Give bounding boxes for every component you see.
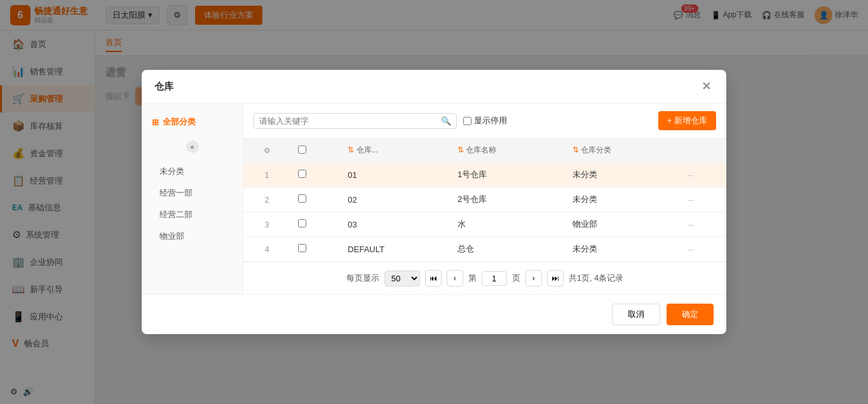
search-box: 🔍 xyxy=(254,113,457,129)
row-checkbox-1[interactable] xyxy=(298,170,306,178)
row-checkbox-4[interactable] xyxy=(298,244,306,252)
pagination: 每页显示 50 20 100 ⏮ ‹ 第 页 › ⏭ 共1页, 4条记录 xyxy=(243,262,726,294)
row-check-2 xyxy=(290,187,340,212)
table-row: 1 01 1号仓库 未分类 ··· xyxy=(243,163,726,187)
col-header-category: ⇅ 仓库分类 xyxy=(565,138,680,163)
warehouse-table-area: ⚙ ⇅ 仓库... ⇅ 仓库名称 xyxy=(243,138,726,262)
table-row: 3 03 水 物业部 ··· xyxy=(243,212,726,237)
row-num-4: 4 xyxy=(243,237,290,262)
row-code-1: 01 xyxy=(340,163,450,187)
row-check-4 xyxy=(290,237,340,262)
row-more-1[interactable]: ··· xyxy=(679,163,726,187)
total-info: 共1页, 4条记录 xyxy=(569,273,624,284)
all-category-item[interactable]: ⊞ 全部分类 xyxy=(142,111,243,133)
col-header-code: ⇅ 仓库... xyxy=(340,138,450,163)
category-unclassified[interactable]: 未分类 xyxy=(142,161,243,182)
sort-icon: ⇅ xyxy=(348,145,354,154)
modal-body: ⊞ 全部分类 « 未分类 经营一部 经营二部 物业部 🔍 xyxy=(142,104,726,294)
last-page-button[interactable]: ⏭ xyxy=(547,270,564,286)
col-header-settings: ⚙ xyxy=(243,138,290,163)
warehouse-modal: 仓库 ✕ ⊞ 全部分类 « 未分类 经营一部 经营二部 物业部 xyxy=(142,70,726,334)
modal-toolbar: 🔍 显示停用 + 新增仓库 xyxy=(243,104,726,138)
page-input[interactable] xyxy=(482,271,507,286)
collapse-button[interactable]: « xyxy=(186,140,199,153)
row-name-2: 2号仓库 xyxy=(450,187,565,212)
all-category-label: 全部分类 xyxy=(163,116,196,128)
row-num-2: 2 xyxy=(243,187,290,212)
col-header-actions xyxy=(679,138,726,163)
prev-page-button[interactable]: ‹ xyxy=(447,270,463,286)
row-more-2[interactable]: ··· xyxy=(679,187,726,212)
row-more-4[interactable]: ··· xyxy=(679,237,726,262)
sort-icon-2: ⇅ xyxy=(458,145,464,154)
first-page-button[interactable]: ⏮ xyxy=(425,270,442,286)
per-page-select[interactable]: 50 20 100 xyxy=(384,271,420,286)
modal-overlay: 仓库 ✕ ⊞ 全部分类 « 未分类 经营一部 经营二部 物业部 xyxy=(0,0,868,404)
row-more-3[interactable]: ··· xyxy=(679,212,726,237)
row-category-4: 未分类 xyxy=(565,237,680,262)
row-settings-1: 1 xyxy=(243,163,290,187)
row-name-1: 1号仓库 xyxy=(450,163,565,187)
row-check-3 xyxy=(290,212,340,237)
table-row: 2 02 2号仓库 未分类 ··· xyxy=(243,187,726,212)
modal-footer: 取消 确定 xyxy=(142,294,726,334)
search-icon: 🔍 xyxy=(441,116,451,126)
modal-header: 仓库 ✕ xyxy=(142,70,726,104)
sort-icon-3: ⇅ xyxy=(573,145,579,154)
grid-icon: ⊞ xyxy=(152,118,159,127)
row-num-3: 3 xyxy=(243,212,290,237)
page-unit: 页 xyxy=(512,273,520,284)
page-label: 第 xyxy=(468,273,477,284)
warehouse-table: ⚙ ⇅ 仓库... ⇅ 仓库名称 xyxy=(243,138,726,262)
cancel-button[interactable]: 取消 xyxy=(612,304,660,325)
row-code-2: 02 xyxy=(340,187,450,212)
col-header-name: ⇅ 仓库名称 xyxy=(450,138,565,163)
category-ops-1[interactable]: 经营一部 xyxy=(142,182,243,204)
row-checkbox-2[interactable] xyxy=(298,194,306,203)
row-name-4: 总仓 xyxy=(450,237,565,262)
modal-close-button[interactable]: ✕ xyxy=(698,79,714,94)
row-checkbox-3[interactable] xyxy=(298,219,306,227)
category-ops-2[interactable]: 经营二部 xyxy=(142,204,243,226)
per-page-label: 每页显示 xyxy=(346,273,379,284)
select-all-checkbox[interactable] xyxy=(298,145,306,154)
modal-title: 仓库 xyxy=(154,81,173,93)
add-warehouse-button[interactable]: + 新增仓库 xyxy=(658,111,716,130)
show-disabled-label[interactable]: 显示停用 xyxy=(463,115,507,126)
category-property[interactable]: 物业部 xyxy=(142,226,243,247)
row-category-1: 未分类 xyxy=(565,163,680,187)
row-category-2: 未分类 xyxy=(565,187,680,212)
row-check-1 xyxy=(290,163,340,187)
confirm-button[interactable]: 确定 xyxy=(667,304,714,325)
next-page-button[interactable]: › xyxy=(526,270,542,286)
table-row: 4 DEFAULT 总仓 未分类 ··· xyxy=(243,237,726,262)
row-code-3: 03 xyxy=(340,212,450,237)
row-category-3: 物业部 xyxy=(565,212,680,237)
row-code-4: DEFAULT xyxy=(340,237,450,262)
modal-sidebar: ⊞ 全部分类 « 未分类 经营一部 经营二部 物业部 xyxy=(142,104,243,294)
col-header-check xyxy=(290,138,340,163)
show-disabled-checkbox[interactable] xyxy=(463,117,471,125)
show-disabled-text: 显示停用 xyxy=(474,115,507,126)
row-name-3: 水 xyxy=(450,212,565,237)
search-input[interactable] xyxy=(259,116,437,126)
modal-main: 🔍 显示停用 + 新增仓库 ⚙ xyxy=(243,104,726,294)
